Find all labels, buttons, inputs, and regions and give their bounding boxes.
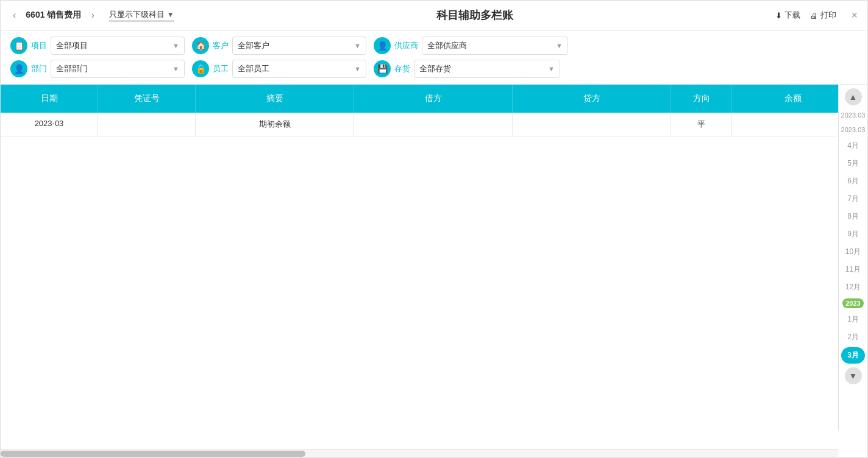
print-label: 打印: [820, 10, 836, 21]
inventory-arrow-icon: ▼: [548, 65, 555, 72]
customer-value: 全部客户: [238, 40, 269, 51]
top-bar: ‹ 6601 销售费用 › 只显示下级科目 ▼ 科目辅助多栏账 ⬇ 下载 🖨 打…: [1, 1, 867, 30]
close-button[interactable]: ×: [851, 9, 858, 22]
show-sub-label: 只显示下级科目: [109, 9, 165, 20]
customer-label: 客户: [213, 40, 229, 51]
filter-employee: 🔒 员工 全部员工 ▼: [192, 60, 366, 78]
timeline-year-badge: 2023: [842, 298, 863, 308]
customer-select[interactable]: 全部客户 ▼: [232, 37, 366, 55]
timeline-nav-up[interactable]: ▲: [845, 88, 862, 105]
print-icon: 🖨: [810, 11, 818, 20]
action-buttons: ⬇ 下载 🖨 打印 ×: [775, 9, 858, 22]
employee-select[interactable]: 全部员工 ▼: [232, 60, 366, 78]
page-title: 科目辅助多栏账: [182, 8, 769, 23]
timeline-item-6[interactable]: 6月: [839, 172, 867, 190]
cell-direction: 平: [671, 113, 732, 136]
cell-summary: 期初余额: [196, 113, 354, 136]
nav-next-button[interactable]: ›: [88, 9, 96, 22]
account-code: 6601 销售费用: [26, 10, 81, 21]
supplier-arrow-icon: ▼: [556, 42, 563, 49]
table-row: 2023-03 期初余额 平: [1, 113, 838, 136]
timeline-item-2023-03-2[interactable]: 2023.03: [839, 122, 867, 137]
project-value: 全部项目: [56, 40, 88, 51]
cell-debit: [354, 113, 513, 136]
timeline-item-7[interactable]: 7月: [839, 190, 867, 208]
supplier-label: 供应商: [394, 40, 418, 51]
dept-value: 全部部门: [56, 63, 88, 74]
table-body: 2023-03 期初余额 平: [1, 113, 838, 136]
horizontal-scrollbar[interactable]: [1, 449, 838, 457]
project-select[interactable]: 全部项目 ▼: [51, 37, 185, 55]
main-window: ‹ 6601 销售费用 › 只显示下级科目 ▼ 科目辅助多栏账 ⬇ 下载 🖨 打…: [0, 0, 868, 458]
timeline-year-row: 2023: [839, 296, 867, 311]
timeline-item-2[interactable]: 2月: [839, 328, 867, 346]
timeline-item-12[interactable]: 12月: [839, 278, 867, 296]
employee-icon: 🔒: [192, 60, 209, 77]
header-debit: 借方: [354, 85, 513, 113]
header-summary: 摘要: [196, 85, 354, 113]
cell-date: 2023-03: [1, 113, 98, 136]
project-icon: 📋: [10, 37, 27, 54]
filter-project: 📋 项目 全部项目 ▼: [10, 37, 185, 55]
filter-row-1: 📋 项目 全部项目 ▼ 🏠 客户 全部客户 ▼ 👤 供应商 全部供应: [10, 37, 858, 55]
cell-credit: [513, 113, 671, 136]
timeline-item-9[interactable]: 9月: [839, 225, 867, 243]
show-sub-toggle[interactable]: 只显示下级科目 ▼: [109, 9, 174, 21]
download-label: 下载: [784, 10, 800, 21]
nav-prev-button[interactable]: ‹: [10, 9, 18, 22]
download-icon: ⬇: [775, 11, 782, 20]
dept-arrow-icon: ▼: [173, 65, 179, 72]
filter-supplier: 👤 供应商 全部供应商 ▼: [374, 37, 568, 55]
timeline-item-8[interactable]: 8月: [839, 208, 867, 225]
show-sub-arrow-icon: ▼: [167, 10, 174, 19]
filter-area: 📋 项目 全部项目 ▼ 🏠 客户 全部客户 ▼ 👤 供应商 全部供应: [1, 30, 867, 85]
inventory-label: 存货: [394, 63, 410, 74]
inventory-icon: 💾: [374, 60, 391, 77]
customer-arrow-icon: ▼: [354, 42, 361, 49]
inventory-value: 全部存货: [419, 63, 451, 74]
scrollbar-thumb[interactable]: [1, 451, 305, 457]
timeline-item-3-active[interactable]: 3月: [841, 347, 865, 364]
employee-label: 员工: [213, 63, 229, 74]
timeline-nav-down[interactable]: ▼: [845, 367, 862, 384]
employee-arrow-icon: ▼: [354, 65, 361, 72]
filter-row-2: 👤 部门 全部部门 ▼ 🔒 员工 全部员工 ▼ 💾 存货 全部存货: [10, 60, 858, 78]
filter-inventory: 💾 存货 全部存货 ▼: [374, 60, 560, 78]
timeline-item-4[interactable]: 4月: [839, 137, 867, 155]
table-container: 日期 凭证号 摘要 借方 贷方 方向 余额 2023-03 期初余额 平: [1, 85, 838, 430]
timeline-item-2023-03-1[interactable]: 2023.03: [839, 108, 867, 122]
dept-select[interactable]: 全部部门 ▼: [51, 60, 185, 78]
timeline-item-10[interactable]: 10月: [839, 243, 867, 261]
project-arrow-icon: ▼: [173, 42, 179, 49]
supplier-select[interactable]: 全部供应商 ▼: [422, 37, 568, 55]
header-credit: 贷方: [513, 85, 671, 113]
download-button[interactable]: ⬇ 下载: [775, 10, 800, 21]
dept-label: 部门: [31, 63, 47, 74]
project-label: 项目: [31, 40, 47, 51]
filter-dept: 👤 部门 全部部门 ▼: [10, 60, 185, 78]
customer-icon: 🏠: [192, 37, 209, 54]
cell-balance: [732, 113, 838, 136]
timeline-item-11[interactable]: 11月: [839, 261, 867, 278]
print-button[interactable]: 🖨 打印: [810, 10, 836, 21]
timeline-item-1[interactable]: 1月: [839, 311, 867, 328]
inventory-select[interactable]: 全部存货 ▼: [414, 60, 560, 78]
header-direction: 方向: [671, 85, 732, 113]
supplier-value: 全部供应商: [427, 40, 467, 51]
timeline-item-5[interactable]: 5月: [839, 155, 867, 172]
employee-value: 全部员工: [238, 63, 269, 74]
table-header: 日期 凭证号 摘要 借方 贷方 方向 余额: [1, 85, 838, 113]
supplier-icon: 👤: [374, 37, 391, 54]
header-date: 日期: [1, 85, 98, 113]
cell-voucher: [98, 113, 196, 136]
dept-icon: 👤: [10, 60, 27, 77]
header-balance: 余额: [732, 85, 838, 113]
filter-customer: 🏠 客户 全部客户 ▼: [192, 37, 366, 55]
header-voucher: 凭证号: [98, 85, 196, 113]
timeline-panel: ▲ 2023.03 2023.03 4月 5月 6月 7月 8月 9月 10月 …: [838, 85, 867, 430]
